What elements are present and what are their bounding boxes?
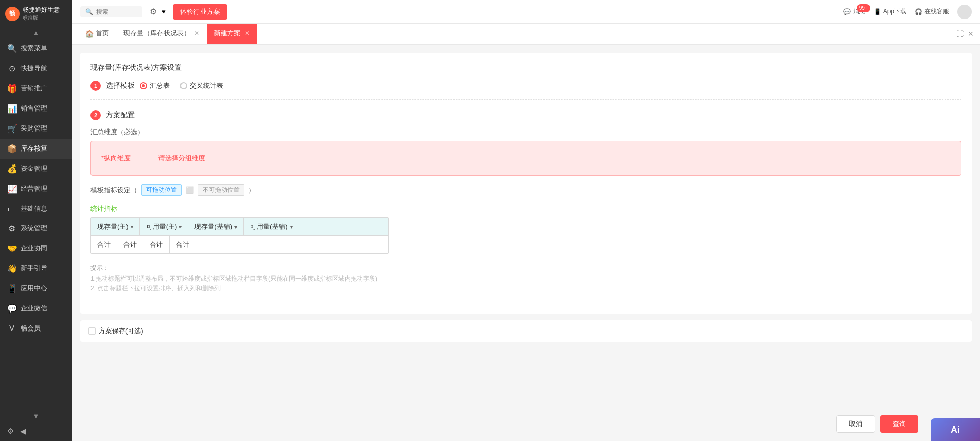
finance-icon: 💰: [7, 164, 16, 174]
step2-title: 方案配置: [106, 111, 135, 120]
tab-close-all-icon[interactable]: ✕: [968, 30, 974, 38]
topbar-dropdown-icon[interactable]: ▾: [162, 8, 166, 15]
dimension-box[interactable]: *纵向维度 —— 请选择分组维度: [90, 141, 961, 176]
tab-bar: 🏠 首页 现存量（库存状况表） ✕ 新建方案 ✕ ⛶ ✕: [72, 24, 980, 45]
app-download-label: App下载: [883, 7, 906, 16]
message-btn[interactable]: 💬 消息 99+: [843, 7, 865, 16]
tab-home[interactable]: 🏠 首页: [78, 24, 116, 44]
stats-col-header-3[interactable]: 可用量(基辅)▾: [244, 218, 299, 235]
sidebar-item-basic[interactable]: 🗃基础信息: [0, 199, 72, 218]
sidebar-item-purchase[interactable]: 🛒采购管理: [0, 119, 72, 139]
stats-section: 统计指标 现存量(主)▾可用量(主)▾现存量(基辅)▾可用量(基辅)▾ 合计合计…: [90, 204, 961, 255]
stats-col-label-0: 现存量(主): [97, 222, 129, 231]
sidebar-item-finance[interactable]: 💰资金管理: [0, 159, 72, 179]
chevron-down-icon-2: ▾: [234, 224, 237, 230]
tab-inventory-close-icon[interactable]: ✕: [194, 30, 199, 37]
radio-summary[interactable]: 汇总表: [140, 81, 170, 90]
stats-col-header-0[interactable]: 现存量(主)▾: [91, 218, 140, 235]
shortcut-icon: ⊙: [7, 64, 16, 74]
dimension-placeholder: 请选择分组维度: [158, 154, 205, 163]
save-row: 方案保存(可选): [80, 320, 972, 342]
search-box[interactable]: 🔍: [80, 6, 142, 17]
indicator-label: 模板指标设定（: [90, 186, 137, 195]
chevron-down-icon-1: ▾: [179, 224, 182, 230]
stats-col-header-1[interactable]: 可用量(主)▾: [140, 218, 189, 235]
sidebar-item-vip[interactable]: V畅会员: [0, 319, 72, 338]
stats-table-header: 现存量(主)▾可用量(主)▾现存量(基辅)▾可用量(基辅)▾: [91, 218, 388, 236]
footer-buttons: 取消 查询: [836, 415, 918, 433]
indicator-row: 模板指标设定（ 可拖动位置 ⬜ 不可拖动位置 ）: [90, 184, 961, 196]
sidebar-item-enterprise[interactable]: 🤝企业协同: [0, 238, 72, 259]
search-icon: 🔍: [7, 44, 16, 53]
customer-service-label: 在线客服: [924, 7, 949, 16]
user-avatar[interactable]: [957, 5, 972, 19]
topbar-gear-icon[interactable]: ⚙: [150, 7, 157, 16]
query-button[interactable]: 查询: [880, 415, 918, 433]
save-checkbox-box[interactable]: [88, 327, 96, 335]
customer-service-btn[interactable]: 🎧 在线客服: [915, 7, 949, 16]
panel-title: 现存量(库存状况表)方案设置: [90, 63, 961, 72]
tab-home-label: 首页: [96, 29, 109, 38]
radio-cross[interactable]: 交叉统计表: [180, 81, 223, 90]
headset-icon: 🎧: [915, 8, 922, 15]
sidebar-nav: 🔍搜索菜单⊙快捷导航🎁营销推广📊销售管理🛒采购管理📦库存核算💰资金管理📈经营管理…: [0, 39, 72, 411]
appstore-icon: 📱: [7, 284, 16, 293]
stats-col-body-2: 合计: [143, 236, 170, 253]
indicator-close: ）: [248, 186, 255, 195]
sidebar-item-operation[interactable]: 📈经营管理: [0, 179, 72, 199]
search-input[interactable]: [96, 8, 137, 15]
basic-icon: 🗃: [7, 204, 16, 213]
dimension-divider: ——: [138, 155, 151, 162]
logo-icon: 畅: [5, 7, 20, 21]
sidebar-item-appstore[interactable]: 📱应用中心: [0, 279, 72, 299]
toggle-sidebar-icon[interactable]: ◀: [20, 427, 26, 436]
industry-btn[interactable]: 体验行业方案: [173, 4, 227, 20]
sidebar-scroll-down[interactable]: ▼: [0, 411, 72, 421]
sidebar-bottom: ⚙ ◀: [0, 421, 72, 441]
movable-tag: 可拖动位置: [141, 184, 182, 196]
cancel-button[interactable]: 取消: [836, 415, 875, 433]
sidebar-item-wechat[interactable]: 💬企业微信: [0, 299, 72, 319]
app-logo: 畅 畅捷通好生意 标准版: [0, 0, 72, 28]
tab-maximize-icon[interactable]: ⛶: [956, 30, 964, 38]
enterprise-icon: 🤝: [7, 244, 16, 253]
sidebar-scroll-up[interactable]: ▲: [0, 28, 72, 39]
stats-col-label-1: 可用量(主): [146, 222, 177, 231]
settings-icon[interactable]: ⚙: [7, 427, 14, 436]
sidebar-item-search[interactable]: 🔍搜索菜单: [0, 39, 72, 59]
app-download-icon: 📱: [874, 8, 881, 15]
sidebar-item-inventory[interactable]: 📦库存核算: [0, 139, 72, 159]
tab-new-plan-close-icon[interactable]: ✕: [245, 30, 250, 37]
stats-table-body: 合计合计合计合计: [91, 236, 388, 253]
save-checkbox[interactable]: 方案保存(可选): [88, 326, 143, 336]
stats-col-label-2: 现存量(基辅): [194, 222, 232, 231]
tab-new-plan-label: 新建方案: [214, 29, 241, 38]
system-icon: ⚙: [7, 224, 16, 233]
dimension-section-label: 汇总维度（必选）: [90, 127, 961, 137]
sidebar-item-sales[interactable]: 📊销售管理: [0, 99, 72, 119]
logo-text: 畅捷通好生意 标准版: [23, 6, 60, 22]
ai-fab-button[interactable]: Ai: [931, 418, 980, 441]
tab-new-plan[interactable]: 新建方案 ✕: [207, 24, 257, 44]
step2-section: 2 方案配置 汇总维度（必选） *纵向维度 —— 请选择分组维度 模板指标设定（…: [90, 110, 961, 293]
sidebar: 畅 畅捷通好生意 标准版 ▲ 🔍搜索菜单⊙快捷导航🎁营销推广📊销售管理🛒采购管理…: [0, 0, 72, 441]
stats-col-header-2[interactable]: 现存量(基辅)▾: [188, 218, 244, 235]
sidebar-item-system[interactable]: ⚙系统管理: [0, 218, 72, 238]
tab-inventory-status[interactable]: 现存量（库存状况表） ✕: [116, 24, 207, 44]
home-icon: 🏠: [85, 30, 94, 38]
tab-inventory-label: 现存量（库存状况表）: [123, 29, 190, 38]
operation-icon: 📈: [7, 184, 16, 194]
sidebar-item-shortcut[interactable]: ⊙快捷导航: [0, 59, 72, 79]
tips-section: 提示： 1.拖动标题栏可以调整布局，不可跨维度或指标区域拖动栏目字段(只能在同一…: [90, 264, 961, 293]
sidebar-item-marketing[interactable]: 🎁营销推广: [0, 79, 72, 99]
newbie-icon: 👋: [7, 264, 16, 273]
app-download-btn[interactable]: 📱 App下载: [874, 7, 906, 16]
purchase-icon: 🛒: [7, 124, 16, 134]
radio-summary-label: 汇总表: [150, 81, 170, 90]
message-badge: 99+: [857, 4, 870, 12]
sidebar-item-newbie[interactable]: 👋新手引导: [0, 259, 72, 279]
wechat-icon: 💬: [7, 304, 16, 314]
inventory-icon: 📦: [7, 144, 16, 154]
tip2-text: 2. 点击标题栏下拉可设置排序、插入列和删除列: [90, 284, 961, 293]
marketing-icon: 🎁: [7, 84, 16, 94]
